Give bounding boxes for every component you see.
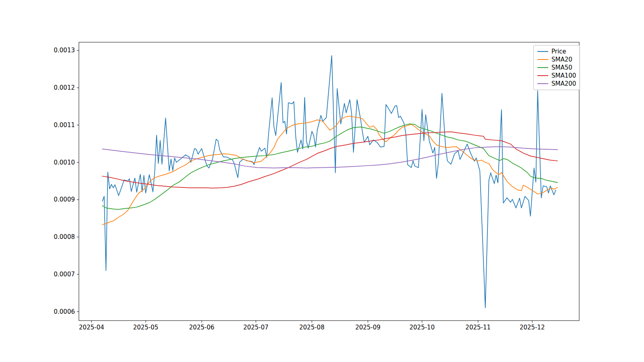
y-tick-label: 0.0009 <box>54 196 75 203</box>
legend-label: SMA200 <box>551 80 576 88</box>
legend-item-sma100: SMA100 <box>537 72 576 80</box>
legend-label: SMA100 <box>551 72 576 80</box>
x-tick-label: 2025-10 <box>409 324 435 331</box>
legend-label: SMA20 <box>551 56 572 64</box>
y-tick-label: 0.0013 <box>54 47 75 54</box>
series-line-sma20 <box>102 116 557 225</box>
y-tick-label: 0.0011 <box>54 121 75 129</box>
y-tick-label: 0.0012 <box>54 84 75 91</box>
y-tick-label: 0.0007 <box>54 271 75 278</box>
y-tick-label: 0.0006 <box>54 308 75 315</box>
x-tick-label: 2025-09 <box>355 324 381 331</box>
legend-label: SMA50 <box>551 64 572 72</box>
y-tick-label: 0.0010 <box>54 159 75 166</box>
x-tick-label: 2025-05 <box>133 324 159 331</box>
y-tick-label: 0.0008 <box>54 233 75 241</box>
legend-item-sma20: SMA20 <box>537 56 576 64</box>
series-line-sma50 <box>102 124 557 209</box>
series-line-price <box>102 56 555 308</box>
legend-label: Price <box>551 47 566 56</box>
legend-line-sample <box>537 51 548 52</box>
legend: PriceSMA20SMA50SMA100SMA200 <box>533 45 580 90</box>
legend-line-sample <box>537 67 548 68</box>
x-tick-label: 2025-07 <box>243 324 268 331</box>
x-tick-label: 2025-12 <box>520 324 545 331</box>
x-tick-label: 2025-04 <box>79 324 104 331</box>
legend-line-sample <box>537 83 548 84</box>
x-tick-label: 2025-06 <box>189 324 215 331</box>
legend-item-sma50: SMA50 <box>537 64 576 72</box>
chart-figure: 0.00060.00070.00080.00090.00100.00110.00… <box>0 0 644 362</box>
x-tick-label: 2025-11 <box>465 324 491 331</box>
legend-line-sample <box>537 59 548 60</box>
legend-line-sample <box>537 75 548 76</box>
legend-item-price: Price <box>537 47 576 56</box>
x-tick-label: 2025-08 <box>299 324 325 331</box>
legend-item-sma200: SMA200 <box>537 80 576 88</box>
